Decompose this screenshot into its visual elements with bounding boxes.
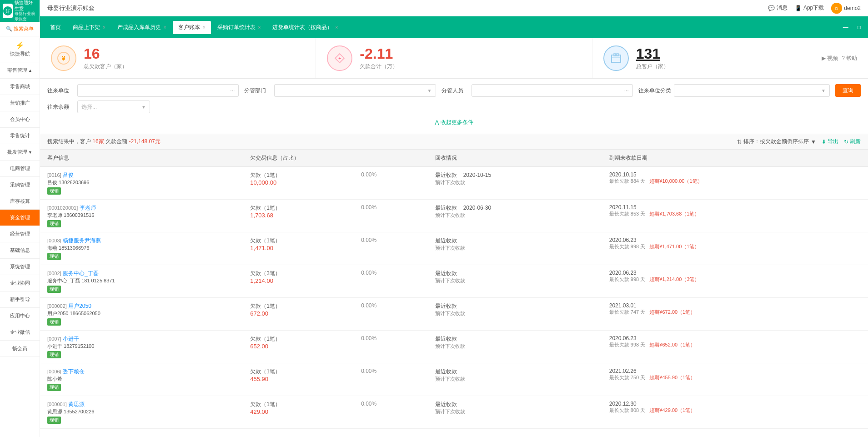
tab-close-customer-account[interactable]: × bbox=[203, 25, 206, 30]
summary-card2-info: -2.11 欠款合计（万） bbox=[360, 46, 398, 70]
sidebar-item-basic[interactable]: 基础信息 bbox=[0, 242, 40, 259]
customer-tag: 现销 bbox=[47, 318, 61, 326]
debt-amount[interactable]: 429.00 bbox=[250, 408, 346, 415]
overdue-amount[interactable]: 超期¥1,214.00（3笔） bbox=[649, 276, 699, 282]
customer-info-cell: [0001020001] 李老师 李老师 18600391516 现销 bbox=[40, 200, 243, 232]
customer-name-link[interactable]: 服务中心_丁磊 bbox=[63, 270, 99, 276]
filter-balance-label: 往来余额 bbox=[47, 103, 75, 111]
export-button[interactable]: ⬇ 导出 bbox=[822, 138, 838, 146]
query-button[interactable]: 查询 bbox=[835, 84, 861, 97]
help-button[interactable]: ? 帮助 bbox=[842, 55, 857, 62]
debt-info-cell: 欠款（1笔） 455.90 bbox=[243, 363, 354, 396]
sidebar-item-inventory[interactable]: 库存核算 bbox=[0, 193, 40, 210]
view-button[interactable]: ▶ 视频 bbox=[822, 55, 838, 62]
customer-name-link[interactable]: 吕俊 bbox=[63, 172, 74, 178]
tab-customer-account[interactable]: 客户账本 × bbox=[173, 21, 211, 34]
customer-tag: 现销 bbox=[47, 286, 61, 293]
debt-ratio: 0.00% bbox=[361, 302, 421, 309]
maximize-button[interactable]: □ bbox=[855, 23, 863, 31]
customer-name-link[interactable]: 畅捷服务尹海燕 bbox=[63, 237, 101, 244]
debt-info-cell: 欠款（3笔） 1,214.00 bbox=[243, 265, 354, 298]
tab-close-product-history[interactable]: × bbox=[164, 25, 166, 30]
due-date: 2021.02.26 bbox=[609, 368, 861, 374]
user-avatar[interactable]: D demo2 bbox=[831, 3, 861, 14]
overdue-amount[interactable]: 超期¥455.90（1笔） bbox=[649, 375, 695, 380]
debt-info-cell: 欠款（1笔） 429.00 bbox=[243, 396, 354, 429]
debt-ratio-cell: 0.00% bbox=[354, 167, 428, 200]
sidebar-item-batch-mgmt[interactable]: 批发管理 ▼ bbox=[0, 144, 40, 161]
dept-select[interactable]: ▼ bbox=[274, 84, 436, 97]
sidebar-item-enterprise[interactable]: 企业协同 bbox=[0, 275, 40, 291]
debt-ratio: 0.00% bbox=[361, 270, 421, 276]
customer-name-link[interactable]: 小进干 bbox=[63, 336, 79, 342]
tab-product-offline[interactable]: 商品上下架 × bbox=[67, 21, 111, 34]
supplier-input[interactable]: ··· bbox=[77, 84, 239, 97]
customer-name-link[interactable]: 李老师 bbox=[80, 205, 96, 211]
svg-text:✦: ✦ bbox=[338, 56, 341, 61]
sidebar-item-marketing[interactable]: 营销推广 bbox=[0, 95, 40, 111]
sidebar-item-retail-mall[interactable]: 零售商城 bbox=[0, 79, 40, 95]
minimize-button[interactable]: — bbox=[840, 23, 851, 31]
sort-select[interactable]: ⇅ 排序：按欠款金额倒序排序 ▼ bbox=[737, 138, 816, 146]
balance-select[interactable]: 选择... ▼ bbox=[77, 100, 150, 113]
customer-code: [000001] bbox=[47, 402, 67, 407]
debt-amount[interactable]: 10,000.00 bbox=[250, 179, 346, 186]
chevron-down-icon: ▲ bbox=[28, 68, 32, 73]
app-download-button[interactable]: 📱 App下载 bbox=[795, 4, 824, 12]
tab-close-purchase-order[interactable]: × bbox=[258, 25, 261, 30]
refresh-button[interactable]: ↻ 刷新 bbox=[844, 138, 861, 146]
debt-amount[interactable]: 652.00 bbox=[250, 343, 346, 350]
debt-amount[interactable]: 1,471.00 bbox=[250, 245, 346, 251]
tab-close-purchase-stat[interactable]: × bbox=[335, 25, 338, 30]
sidebar-item-wx[interactable]: 企业微信 bbox=[0, 324, 40, 341]
sidebar-item-finance[interactable]: 资金管理 bbox=[0, 210, 40, 226]
overdue-amount[interactable]: 超期¥429.00（1笔） bbox=[649, 407, 695, 413]
sidebar-search[interactable]: 🔍 搜索菜单 bbox=[0, 22, 40, 36]
table-row: [000002] 用户2050 用户2050 18665062050 现销 欠款… bbox=[40, 298, 868, 331]
search-icon: 🔍 bbox=[6, 26, 12, 31]
sidebar-item-operation[interactable]: 经营管理 bbox=[0, 226, 40, 242]
chevron-down-icon-batch: ▼ bbox=[28, 150, 32, 155]
tab-purchase-stat[interactable]: 进货单统计表（按商品） × bbox=[267, 21, 343, 34]
sidebar-item-retail-stat[interactable]: 零售统计 bbox=[0, 128, 40, 144]
message-button[interactable]: 💬 消息 bbox=[768, 4, 788, 12]
tab-home[interactable]: 首页 bbox=[45, 21, 66, 34]
sidebar-item-vip[interactable]: 畅会员 bbox=[0, 341, 40, 357]
customer-name-link[interactable]: 黄思源 bbox=[68, 401, 85, 407]
sidebar-item-ecommerce[interactable]: 电商管理 bbox=[0, 161, 40, 177]
category-select[interactable]: ▼ bbox=[674, 84, 830, 97]
sidebar-item-newbie[interactable]: 新手引导 bbox=[0, 291, 40, 308]
sidebar-item-retail-mgmt[interactable]: 零售管理 ▲ bbox=[0, 62, 40, 79]
overdue-amount[interactable]: 超期¥1,471.00（1笔） bbox=[649, 244, 699, 249]
filter-row-2: 往来余额 选择... ▼ bbox=[47, 100, 861, 113]
last-collection-label: 最近收款 2020-10-15 bbox=[435, 171, 594, 179]
sidebar-item-app-center[interactable]: 应用中心 bbox=[0, 308, 40, 324]
overdue-amount[interactable]: 超期¥672.00（1笔） bbox=[649, 309, 695, 315]
debt-amount[interactable]: 1,214.00 bbox=[250, 277, 346, 284]
collapse-button[interactable]: ⋀ 收起更多条件 bbox=[47, 117, 861, 128]
filter-person-label: 分管人员 bbox=[442, 87, 469, 95]
debt-amount[interactable]: 672.00 bbox=[250, 310, 346, 317]
customer-name-link[interactable]: 用户2050 bbox=[68, 303, 91, 309]
overdue-amount[interactable]: 超期¥10,000.00（1笔） bbox=[649, 178, 702, 184]
customer-code: [0001020001] bbox=[47, 205, 78, 211]
overdue-amount[interactable]: 超期¥1,703.68（1笔） bbox=[649, 211, 699, 216]
sidebar-item-system[interactable]: 系统管理 bbox=[0, 259, 40, 275]
sidebar-item-member[interactable]: 会员中心 bbox=[0, 111, 40, 128]
sidebar-item-quick-nav[interactable]: ⚡ 快捷导航 bbox=[0, 36, 40, 62]
tab-close-product-offline[interactable]: × bbox=[103, 25, 105, 30]
quick-nav-icon: ⚡ bbox=[2, 41, 38, 50]
debt-amount[interactable]: 1,703.68 bbox=[250, 212, 346, 219]
customer-name-link[interactable]: 丢下粮仓 bbox=[63, 368, 85, 375]
tab-product-history[interactable]: 产成品入库单历史 × bbox=[112, 21, 172, 34]
person-input[interactable]: ··· bbox=[472, 84, 633, 97]
tab-purchase-order[interactable]: 采购订单统计表 × bbox=[212, 21, 266, 34]
due-date: 2020.06.23 bbox=[609, 237, 861, 243]
overdue-amount[interactable]: 超期¥652.00（1笔） bbox=[649, 342, 695, 347]
debt-ratio-cell: 0.00% bbox=[354, 363, 428, 396]
collapse-icon: ⋀ bbox=[435, 119, 441, 126]
debt-amount[interactable]: 455.90 bbox=[250, 376, 346, 382]
collection-cell: 最近收款 2020-10-15 预计下次收款 bbox=[428, 167, 602, 200]
sidebar-item-purchase[interactable]: 采购管理 bbox=[0, 177, 40, 193]
due-date: 2020.10.15 bbox=[609, 171, 861, 178]
